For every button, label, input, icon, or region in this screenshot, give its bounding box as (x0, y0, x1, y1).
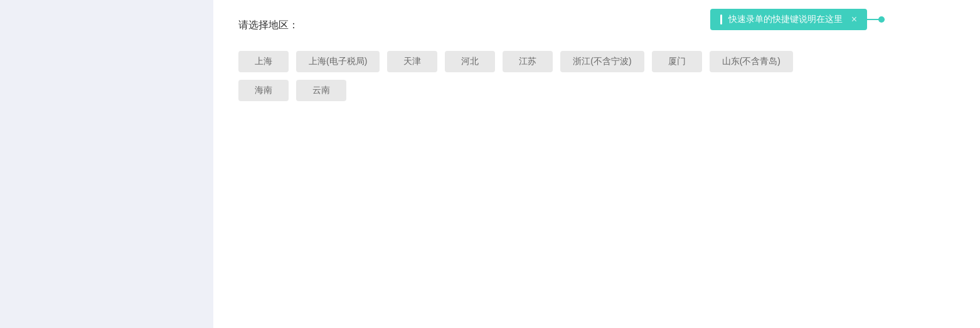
region-button-hainan[interactable]: 海南 (238, 80, 289, 101)
region-button-shandong[interactable]: 山东(不含青岛) (710, 51, 793, 72)
tooltip-text: 快速录单的快捷键说明在这里 (728, 14, 843, 25)
region-button-tianjin[interactable]: 天津 (387, 51, 437, 72)
main-content: 请选择地区： 上海上海(电子税局)天津河北江苏浙江(不含宁波)厦门山东(不含青岛… (213, 0, 980, 328)
tooltip-close-button[interactable]: × (851, 14, 857, 25)
region-button-jiangsu[interactable]: 江苏 (503, 51, 553, 72)
region-button-hebei[interactable]: 河北 (445, 51, 495, 72)
tooltip-popup: 快速录单的快捷键说明在这里 × (710, 9, 867, 30)
region-grid: 上海上海(电子税局)天津河北江苏浙江(不含宁波)厦门山东(不含青岛)海南云南 (238, 51, 803, 101)
region-button-shanghai[interactable]: 上海 (238, 51, 289, 72)
region-button-zhejiang[interactable]: 浙江(不含宁波) (560, 51, 644, 72)
tooltip-dot (878, 16, 885, 23)
region-button-yunnan[interactable]: 云南 (296, 80, 346, 101)
region-button-shanghai-e[interactable]: 上海(电子税局) (296, 51, 380, 72)
region-button-xiamen[interactable]: 厦门 (652, 51, 702, 72)
left-sidebar (0, 0, 213, 328)
